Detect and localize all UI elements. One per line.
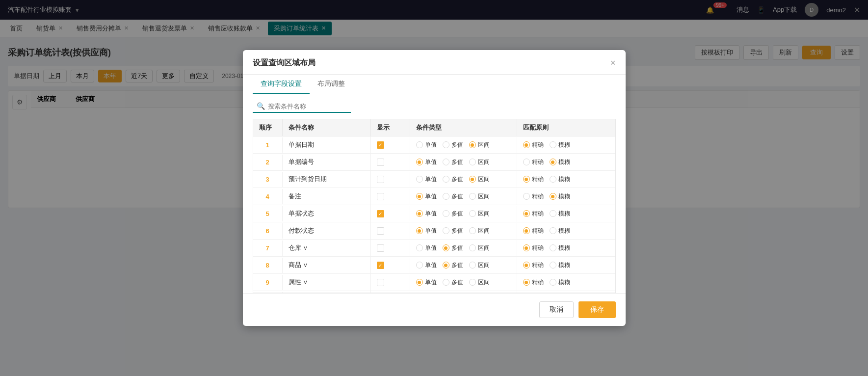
row-0-match-radio-精确 bbox=[523, 141, 530, 148]
row-3-checkbox[interactable] bbox=[377, 193, 384, 200]
row-1-type-区间[interactable]: 区间 bbox=[469, 158, 490, 166]
row-7-type-radio-区间 bbox=[469, 262, 476, 269]
row-3-match-精确[interactable]: 精确 bbox=[523, 192, 544, 201]
row-7-type-多值[interactable]: 多值 bbox=[443, 261, 463, 269]
row-7-type-区间[interactable]: 区间 bbox=[469, 261, 490, 269]
row-0-type-radio-多值 bbox=[443, 141, 449, 148]
row-4-match-精确[interactable]: 精确 bbox=[523, 210, 544, 218]
row-8-type-单值[interactable]: 单值 bbox=[416, 278, 437, 287]
row-5-type-区间[interactable]: 区间 bbox=[469, 227, 490, 235]
row-1-match-模糊[interactable]: 模糊 bbox=[550, 158, 570, 166]
row-4-type-区间[interactable]: 区间 bbox=[469, 210, 490, 218]
row-3-type-多值[interactable]: 多值 bbox=[443, 192, 463, 201]
row-5-match-模糊[interactable]: 模糊 bbox=[550, 227, 570, 235]
row-2-match-模糊[interactable]: 模糊 bbox=[550, 175, 570, 184]
row-0-type-radio-区间 bbox=[469, 141, 476, 148]
row-1-checkbox[interactable] bbox=[377, 159, 384, 166]
row-4-match-radio-精确 bbox=[523, 210, 530, 217]
row-4-type-radio-单值 bbox=[416, 210, 423, 217]
row-8-checkbox[interactable] bbox=[377, 279, 384, 286]
row-6-checkbox[interactable] bbox=[377, 244, 384, 252]
row-8-match-cell: 精确模糊 bbox=[517, 274, 615, 291]
row-8-match-精确[interactable]: 精确 bbox=[523, 278, 544, 287]
row-0-type-多值[interactable]: 多值 bbox=[443, 141, 463, 149]
row-1-type-单值[interactable]: 单值 bbox=[416, 158, 437, 166]
row-4-type-多值[interactable]: 多值 bbox=[443, 210, 463, 218]
row-3-type-区间[interactable]: 区间 bbox=[469, 192, 490, 201]
row-0-match-精确[interactable]: 精确 bbox=[523, 141, 544, 149]
row-8-type-区间[interactable]: 区间 bbox=[469, 278, 490, 287]
row-5-checkbox[interactable] bbox=[377, 227, 384, 235]
row-6-match-模糊[interactable]: 模糊 bbox=[550, 244, 570, 252]
row-5-match-radio-模糊 bbox=[550, 227, 556, 234]
row-7-checkbox[interactable] bbox=[377, 262, 384, 269]
col-name: 条件名称 bbox=[283, 119, 371, 136]
row-2-type-radio-区间 bbox=[469, 176, 476, 183]
row-5-order: 6 bbox=[253, 223, 283, 239]
row-8-match-radio-精确 bbox=[523, 279, 530, 286]
dialog-footer: 取消 保存 bbox=[243, 293, 626, 326]
row-3-type-单值[interactable]: 单值 bbox=[416, 192, 437, 201]
dialog-close-button[interactable]: × bbox=[610, 58, 616, 68]
row-6-type-单值[interactable]: 单值 bbox=[416, 244, 437, 252]
row-4-type-radio-区间 bbox=[469, 210, 476, 217]
row-2-match-cell: 精确模糊 bbox=[517, 171, 615, 188]
row-2-type-区间[interactable]: 区间 bbox=[469, 175, 490, 184]
row-1-match-精确[interactable]: 精确 bbox=[523, 158, 544, 166]
row-0-match-cell: 精确模糊 bbox=[517, 137, 615, 153]
row-2-type-单值[interactable]: 单值 bbox=[416, 175, 437, 184]
row-4-type-单值[interactable]: 单值 bbox=[416, 210, 437, 218]
row-8-type-多值[interactable]: 多值 bbox=[443, 278, 463, 287]
row-0-match-模糊[interactable]: 模糊 bbox=[550, 141, 570, 149]
row-1-order: 2 bbox=[253, 155, 283, 170]
search-box: 🔍 bbox=[253, 100, 351, 113]
table-row: 4备注单值多值区间精确模糊 bbox=[253, 188, 615, 205]
row-2-display-cell bbox=[371, 172, 410, 187]
dialog-tab-layout[interactable]: 布局调整 bbox=[310, 75, 353, 94]
row-5-match-精确[interactable]: 精确 bbox=[523, 227, 544, 235]
row-1-match-cell: 精确模糊 bbox=[517, 154, 615, 170]
row-8-match-模糊[interactable]: 模糊 bbox=[550, 278, 570, 287]
row-4-match-radio-模糊 bbox=[550, 210, 556, 217]
cancel-button[interactable]: 取消 bbox=[539, 301, 574, 318]
row-3-match-cell: 精确模糊 bbox=[517, 188, 615, 205]
row-8-order: 9 bbox=[253, 275, 283, 290]
row-6-type-区间[interactable]: 区间 bbox=[469, 244, 490, 252]
dialog-table: 顺序 条件名称 显示 条件类型 匹配原则 1单据日期单值多值区间精确模糊2单据编… bbox=[243, 119, 626, 293]
row-6-match-cell: 精确模糊 bbox=[517, 240, 615, 256]
row-7-type-单值[interactable]: 单值 bbox=[416, 261, 437, 269]
row-5-type-多值[interactable]: 多值 bbox=[443, 227, 463, 235]
row-4-checkbox[interactable] bbox=[377, 210, 384, 217]
row-1-type-radio-多值 bbox=[443, 159, 449, 165]
table-row: 8商品 ∨单值多值区间精确模糊 bbox=[253, 257, 615, 274]
row-4-order: 5 bbox=[253, 206, 283, 221]
row-1-type-多值[interactable]: 多值 bbox=[443, 158, 463, 166]
dialog-tab-fields[interactable]: 查询字段设置 bbox=[253, 75, 310, 94]
row-2-checkbox[interactable] bbox=[377, 176, 384, 183]
row-0-type-区间[interactable]: 区间 bbox=[469, 141, 490, 149]
row-2-type-多值[interactable]: 多值 bbox=[443, 175, 463, 184]
row-0-type-radio-单值 bbox=[416, 141, 423, 148]
row-0-checkbox[interactable] bbox=[377, 141, 384, 149]
row-0-name: 单据日期 bbox=[283, 136, 371, 153]
row-0-type-cell: 单值多值区间 bbox=[410, 137, 517, 153]
row-6-type-多值[interactable]: 多值 bbox=[443, 244, 463, 252]
table-row: 1单据日期单值多值区间精确模糊 bbox=[253, 136, 615, 154]
row-8-match-radio-模糊 bbox=[550, 279, 556, 286]
search-input[interactable] bbox=[268, 103, 346, 110]
row-2-match-精确[interactable]: 精确 bbox=[523, 175, 544, 184]
row-5-type-单值[interactable]: 单值 bbox=[416, 227, 437, 235]
row-7-match-精确[interactable]: 精确 bbox=[523, 261, 544, 269]
row-6-match-精确[interactable]: 精确 bbox=[523, 244, 544, 252]
row-7-match-模糊[interactable]: 模糊 bbox=[550, 261, 570, 269]
row-5-display-cell bbox=[371, 223, 410, 239]
row-4-match-模糊[interactable]: 模糊 bbox=[550, 210, 570, 218]
row-1-match-radio-精确 bbox=[523, 159, 530, 165]
row-5-type-radio-单值 bbox=[416, 227, 423, 234]
row-0-type-单值[interactable]: 单值 bbox=[416, 141, 437, 149]
row-8-name: 属性 ∨ bbox=[283, 274, 371, 291]
row-6-type-radio-区间 bbox=[469, 244, 476, 251]
row-3-match-模糊[interactable]: 模糊 bbox=[550, 192, 570, 201]
save-button[interactable]: 保存 bbox=[579, 301, 616, 318]
row-5-type-radio-区间 bbox=[469, 227, 476, 234]
